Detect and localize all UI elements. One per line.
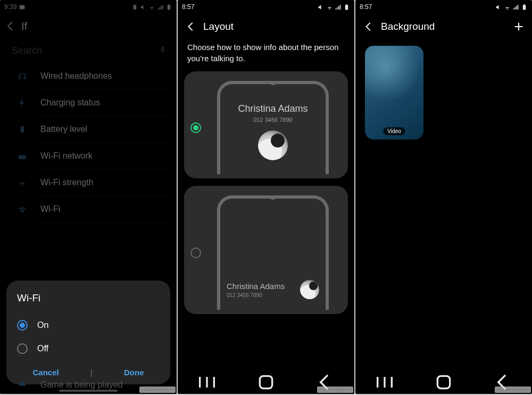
svg-rect-8 xyxy=(345,5,348,10)
watermark: xda-developers xyxy=(139,386,176,393)
wifi-router-icon xyxy=(17,151,28,161)
back-chevron-icon[interactable] xyxy=(185,21,197,32)
mute-icon xyxy=(318,4,325,11)
svg-rect-12 xyxy=(523,4,525,5)
back-chevron-icon[interactable] xyxy=(4,20,17,32)
wifi-icon xyxy=(326,4,333,11)
mute-icon xyxy=(495,4,502,11)
wifi-icon xyxy=(148,4,155,11)
layout-option-large[interactable]: Christina Adams 012 3456 7890 xyxy=(184,71,348,178)
mic-icon[interactable] xyxy=(159,44,167,57)
svg-rect-0 xyxy=(20,5,25,9)
header: If xyxy=(0,14,177,38)
contact-name: Christina Adams xyxy=(227,282,285,291)
layout-option-small[interactable]: Christina Adams 012 3456 7890 xyxy=(184,186,348,314)
page-title: Background xyxy=(381,21,435,32)
add-button[interactable] xyxy=(513,21,525,32)
search-placeholder: Search xyxy=(12,45,42,56)
header: Background xyxy=(355,14,532,39)
search-input[interactable]: Search xyxy=(0,38,177,63)
radio-icon xyxy=(17,320,28,331)
avatar xyxy=(300,280,319,299)
signal-icon xyxy=(512,4,519,11)
watermark: xda-developers xyxy=(495,386,531,393)
svg-rect-2 xyxy=(168,5,170,10)
mute-icon xyxy=(140,4,147,11)
contact-number: 012 3456 7890 xyxy=(220,117,326,123)
signal-icon xyxy=(335,4,342,11)
phone-screenshot-3: 8:57 Background Video xyxy=(355,0,532,394)
headphones-icon xyxy=(17,71,28,81)
status-time: 9:39 xyxy=(4,3,16,11)
list-item[interactable]: Wi-Fi network xyxy=(40,143,170,169)
svg-rect-11 xyxy=(523,5,526,10)
battery-icon xyxy=(521,4,528,11)
radio-icon xyxy=(17,343,28,354)
avatar xyxy=(258,130,288,160)
svg-rect-9 xyxy=(346,4,347,5)
wifi-strength-icon xyxy=(17,177,28,188)
status-bar: 8:57 xyxy=(355,0,532,14)
list-item[interactable]: Wi-Fi strength xyxy=(40,169,170,196)
battery-icon xyxy=(343,4,350,11)
battery-icon xyxy=(165,4,172,11)
status-time: 8:57 xyxy=(182,3,194,11)
radio-icon xyxy=(190,248,201,258)
list-item[interactable] xyxy=(40,223,170,249)
background-thumbnail[interactable]: Video xyxy=(365,46,423,139)
radio-option-on[interactable]: On xyxy=(17,314,160,337)
nav-recents-icon[interactable] xyxy=(374,376,395,389)
image-icon xyxy=(19,4,26,11)
wifi-icon xyxy=(504,4,511,11)
svg-rect-4 xyxy=(21,126,24,132)
device-frame-icon: Christina Adams 012 3456 7890 xyxy=(217,195,329,310)
page-title: Layout xyxy=(203,21,234,32)
home-indicator[interactable] xyxy=(59,390,118,392)
bolt-icon xyxy=(17,97,28,108)
list-item[interactable]: Wired headphones xyxy=(40,63,170,89)
nav-recents-icon[interactable] xyxy=(196,376,218,389)
list-item[interactable]: Battery level xyxy=(40,116,170,143)
watermark: xda-developers xyxy=(317,386,353,393)
svg-rect-13 xyxy=(437,376,450,388)
condition-list: Wired headphones Charging status Battery… xyxy=(0,63,177,249)
nav-home-icon[interactable] xyxy=(255,376,277,389)
status-time: 8:57 xyxy=(360,3,372,11)
page-title: If xyxy=(21,20,27,32)
header: Layout xyxy=(178,14,354,39)
phone-screenshot-2: 8:57 Layout Choose how to show info abou… xyxy=(178,0,354,394)
wifi-dialog: Wi-Fi On Off Cancel | Done xyxy=(6,281,170,384)
svg-rect-1 xyxy=(134,5,136,10)
vibrate-icon xyxy=(131,4,138,11)
status-bar: 8:57 xyxy=(178,0,354,14)
contact-number: 012 3456 7890 xyxy=(227,292,285,298)
svg-rect-6 xyxy=(19,155,26,159)
dialog-title: Wi-Fi xyxy=(17,292,160,304)
nav-home-icon[interactable] xyxy=(433,376,454,389)
signal-icon xyxy=(157,4,164,11)
svg-rect-10 xyxy=(260,376,272,388)
phone-screenshot-1: 9:39 If Search xyxy=(0,0,177,394)
radio-option-off[interactable]: Off xyxy=(17,337,160,360)
svg-rect-5 xyxy=(22,126,23,126)
radio-icon xyxy=(190,122,201,133)
device-frame-icon: Christina Adams 012 3456 7890 xyxy=(217,81,329,174)
bluetooth-icon xyxy=(17,231,28,241)
contact-name: Christina Adams xyxy=(220,103,326,114)
list-item[interactable]: Charging status xyxy=(40,89,170,116)
svg-rect-3 xyxy=(168,4,169,5)
thumbnail-badge: Video xyxy=(383,127,405,135)
back-chevron-icon[interactable] xyxy=(363,21,375,32)
wifi-icon xyxy=(17,204,28,215)
svg-rect-7 xyxy=(19,382,26,386)
list-item[interactable]: Wi-Fi xyxy=(40,196,170,223)
page-subtitle: Choose how to show info about the person… xyxy=(178,39,354,71)
status-bar: 9:39 xyxy=(0,0,177,14)
gamepad-icon xyxy=(17,380,28,390)
battery-icon xyxy=(17,124,28,135)
